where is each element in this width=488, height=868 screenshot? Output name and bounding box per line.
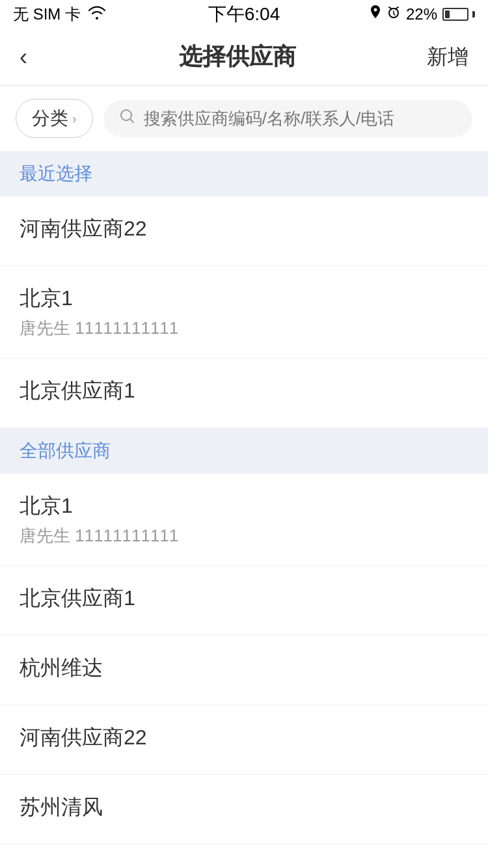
list-item[interactable]: 河南供应商22: [0, 705, 488, 775]
list-item[interactable]: 河南供应商22: [0, 197, 488, 266]
list-item[interactable]: 北京1 唐先生 11111111111: [0, 266, 488, 359]
filter-bar: 分类 ›: [0, 86, 488, 151]
category-button[interactable]: 分类 ›: [16, 99, 93, 138]
list-item[interactable]: 北京供应商1: [0, 566, 488, 636]
battery-label: 22%: [406, 5, 437, 23]
chevron-right-icon: ›: [72, 111, 77, 126]
location-icon: [370, 5, 381, 23]
all-section-label: 全部供应商: [20, 441, 111, 461]
alarm-icon: [386, 5, 401, 23]
recent-section-header: 最近选择: [0, 151, 488, 197]
status-right: 22%: [370, 5, 475, 23]
status-time: 下午6:04: [208, 2, 280, 27]
category-label: 分类: [32, 106, 68, 131]
list-item[interactable]: 苏州清风: [0, 775, 488, 845]
add-button[interactable]: 新增: [416, 43, 468, 72]
item-name: 杭州维达: [20, 654, 468, 683]
item-name: 苏州清风: [20, 793, 468, 822]
all-list: 北京1 唐先生 11111111111 北京供应商1 杭州维达 河南供应商22 …: [0, 474, 488, 845]
all-section-header: 全部供应商: [0, 428, 488, 474]
item-name: 北京供应商1: [20, 584, 468, 613]
list-item[interactable]: 北京1 唐先生 11111111111: [0, 474, 488, 566]
recent-list: 河南供应商22 北京1 唐先生 11111111111 北京供应商1: [0, 197, 488, 428]
carrier-label: 无 SIM 卡: [13, 4, 81, 25]
wifi-icon: [87, 5, 107, 23]
status-left: 无 SIM 卡: [13, 4, 107, 25]
item-name: 河南供应商22: [20, 215, 468, 243]
status-bar: 无 SIM 卡 下午6:04 22%: [0, 0, 488, 29]
item-name: 河南供应商22: [20, 724, 468, 752]
back-button[interactable]: ‹: [20, 44, 59, 71]
item-name: 北京供应商1: [20, 377, 468, 405]
search-icon: [119, 108, 136, 129]
search-input[interactable]: [144, 109, 457, 129]
list-item[interactable]: 杭州维达: [0, 636, 488, 705]
battery-indicator: [442, 8, 475, 21]
list-item[interactable]: 北京供应商1: [0, 359, 488, 428]
search-box[interactable]: [103, 100, 472, 137]
page-title: 选择供应商: [59, 41, 416, 73]
recent-section-label: 最近选择: [20, 163, 92, 183]
item-contact: 唐先生 11111111111: [20, 317, 468, 340]
item-contact: 唐先生 11111111111: [20, 524, 468, 547]
item-name: 北京1: [20, 492, 468, 521]
item-name: 北京1: [20, 284, 468, 313]
nav-bar: ‹ 选择供应商 新增: [0, 29, 488, 86]
